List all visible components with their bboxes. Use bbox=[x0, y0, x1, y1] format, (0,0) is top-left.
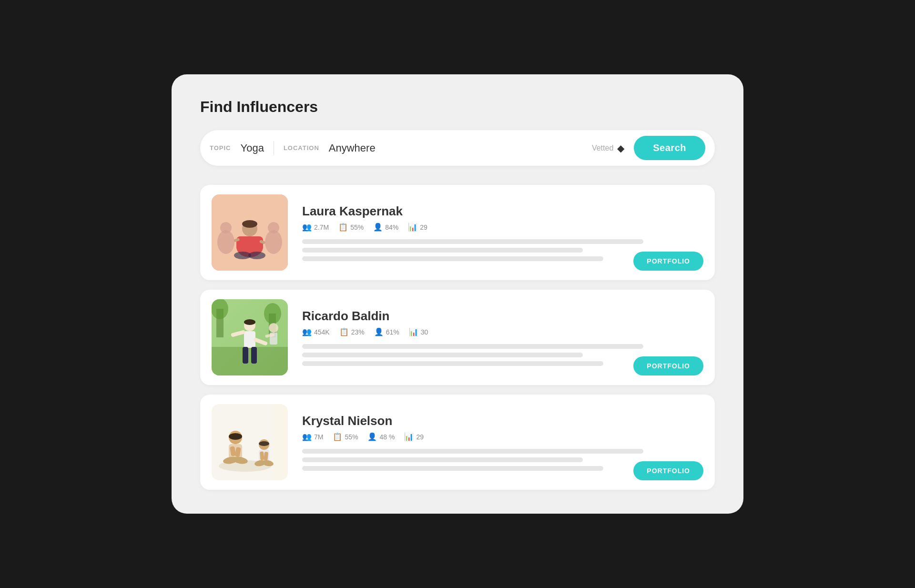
age-icon-1: 📊 bbox=[408, 223, 417, 232]
authenticity-stat-2: 👤 61% bbox=[374, 327, 399, 336]
portfolio-button-1[interactable]: PORTFOLIO bbox=[633, 252, 703, 271]
influencer-name-2: Ricardo Baldin bbox=[302, 309, 703, 324]
svg-rect-44 bbox=[264, 452, 268, 461]
bar-5 bbox=[302, 353, 583, 357]
app-container: Find Influencers TOPIC Yoga LOCATION Any… bbox=[172, 74, 743, 514]
svg-point-7 bbox=[265, 230, 282, 254]
influencer-name-1: Laura Kaspernak bbox=[302, 204, 703, 219]
topic-value[interactable]: Yoga bbox=[241, 142, 264, 154]
engagement-stat-3: 📋 55% bbox=[333, 432, 358, 441]
svg-rect-4 bbox=[236, 236, 263, 251]
engagement-icon-2: 📋 bbox=[339, 327, 349, 336]
followers-icon-2: 👥 bbox=[302, 327, 312, 336]
svg-rect-43 bbox=[260, 451, 264, 460]
search-divider bbox=[274, 141, 274, 155]
search-button[interactable]: Search bbox=[634, 136, 705, 160]
engagement-icon-1: 📋 bbox=[338, 223, 348, 232]
followers-stat-1: 👥 2.7M bbox=[302, 223, 329, 232]
authenticity-icon-1: 👤 bbox=[373, 223, 383, 232]
svg-point-20 bbox=[244, 319, 255, 325]
influencer-card-2: Ricardo Baldin 👥 454K 📋 23% 👤 61% bbox=[200, 290, 715, 385]
svg-rect-21 bbox=[244, 331, 255, 348]
age-stat-2: 📊 30 bbox=[409, 327, 428, 336]
svg-point-10 bbox=[248, 252, 265, 259]
svg-rect-25 bbox=[251, 347, 257, 364]
age-stat-1: 📊 29 bbox=[408, 223, 427, 232]
bar-2 bbox=[302, 248, 583, 253]
engagement-stat-1: 📋 55% bbox=[338, 223, 364, 232]
influencer-stats-1: 👥 2.7M 📋 55% 👤 84% 📊 29 bbox=[302, 223, 703, 232]
search-bar: TOPIC Yoga LOCATION Anywhere Vetted ◆ Se… bbox=[200, 130, 715, 166]
svg-point-18 bbox=[264, 303, 281, 324]
portfolio-button-3[interactable]: PORTFOLIO bbox=[633, 461, 703, 480]
vetted-section: Vetted ◆ bbox=[592, 142, 624, 154]
page-title: Find Influencers bbox=[200, 98, 715, 116]
engagement-stat-2: 📋 23% bbox=[339, 327, 365, 336]
age-icon-2: 📊 bbox=[409, 327, 418, 336]
svg-rect-14 bbox=[212, 347, 288, 375]
location-label: LOCATION bbox=[284, 144, 319, 152]
influencer-image-2 bbox=[212, 299, 288, 375]
influencer-stats-3: 👥 7M 📋 55% 👤 48 % 📊 29 bbox=[302, 432, 703, 441]
followers-stat-3: 👥 7M bbox=[302, 432, 323, 441]
results-list: Laura Kaspernak 👥 2.7M 📋 55% 👤 84% bbox=[200, 185, 715, 490]
authenticity-icon-2: 👤 bbox=[374, 327, 384, 336]
svg-point-26 bbox=[269, 323, 278, 333]
topic-label: TOPIC bbox=[210, 144, 231, 152]
svg-rect-45 bbox=[274, 404, 288, 480]
engagement-icon-3: 📋 bbox=[333, 432, 342, 441]
followers-icon-1: 👥 bbox=[302, 223, 312, 232]
authenticity-stat-3: 👤 48 % bbox=[367, 432, 395, 441]
authenticity-icon-3: 👤 bbox=[367, 432, 377, 441]
authenticity-stat-1: 👤 84% bbox=[373, 223, 398, 232]
diamond-icon[interactable]: ◆ bbox=[617, 142, 624, 154]
vetted-label: Vetted bbox=[592, 144, 613, 152]
svg-point-39 bbox=[259, 441, 269, 446]
svg-point-2 bbox=[220, 222, 232, 233]
age-icon-3: 📊 bbox=[404, 432, 414, 441]
age-stat-3: 📊 29 bbox=[404, 432, 424, 441]
svg-rect-24 bbox=[243, 347, 248, 364]
followers-stat-2: 👥 454K bbox=[302, 327, 330, 336]
influencer-card-3: Krystal Nielson 👥 7M 📋 55% 👤 48 % bbox=[200, 395, 715, 490]
bar-7 bbox=[302, 449, 643, 454]
bar-1 bbox=[302, 239, 643, 244]
influencer-name-3: Krystal Nielson bbox=[302, 414, 703, 428]
bar-6 bbox=[302, 361, 603, 366]
svg-point-8 bbox=[268, 222, 279, 233]
svg-point-32 bbox=[229, 433, 242, 440]
portfolio-button-2[interactable]: PORTFOLIO bbox=[633, 356, 703, 375]
bar-4 bbox=[302, 344, 643, 349]
bar-3 bbox=[302, 256, 603, 261]
bar-9 bbox=[302, 466, 603, 471]
influencer-card: Laura Kaspernak 👥 2.7M 📋 55% 👤 84% bbox=[200, 185, 715, 280]
influencer-image-3 bbox=[212, 404, 288, 480]
influencer-stats-2: 👥 454K 📋 23% 👤 61% 📊 30 bbox=[302, 327, 703, 336]
svg-point-1 bbox=[217, 230, 234, 254]
followers-icon-3: 👥 bbox=[302, 432, 312, 441]
location-value[interactable]: Anywhere bbox=[329, 142, 376, 154]
bar-8 bbox=[302, 457, 583, 462]
svg-point-6 bbox=[242, 220, 257, 228]
influencer-image-1 bbox=[212, 194, 288, 271]
